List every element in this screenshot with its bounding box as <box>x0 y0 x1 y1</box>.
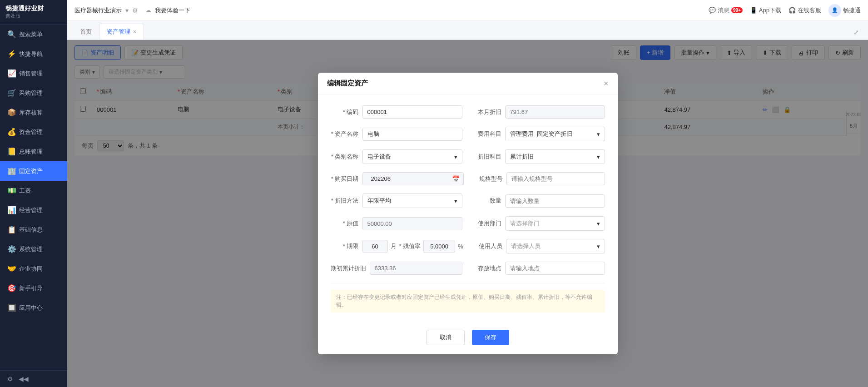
sidebar-label-ledger: 总账管理 <box>19 148 43 156</box>
modal-overlay: 编辑固定资产 × * 编码 本月折旧 <box>67 40 868 387</box>
tab-asset-management[interactable]: 资产管理 × <box>99 24 144 40</box>
purchase-date-label: * 购买日期 <box>331 175 362 183</box>
sidebar-item-fixed-assets[interactable]: 🏢 固定资产 <box>0 161 67 181</box>
dep-account-label: 折旧科目 <box>473 153 505 161</box>
sidebar-item-new-user[interactable]: 🎯 新手引导 <box>0 278 67 298</box>
original-value-input[interactable] <box>362 217 462 230</box>
modal-body: * 编码 本月折旧 * 资产名称 <box>318 94 618 323</box>
user-select[interactable]: 请选择人员 ▾ <box>506 239 605 253</box>
sidebar-label-operations: 经营管理 <box>19 206 43 214</box>
sidebar-label-inventory: 库存核算 <box>19 109 43 117</box>
field-code: * 编码 <box>331 105 462 119</box>
collapse-icon[interactable]: ◀◀ <box>19 375 29 382</box>
message-button[interactable]: 💬 消息 99+ <box>709 6 743 15</box>
user-chevron: ▾ <box>597 243 600 250</box>
modal-row-3: * 类别名称 电子设备 ▾ 折旧科目 累计折旧 ▾ <box>331 149 605 164</box>
modal-close-button[interactable]: × <box>604 79 609 88</box>
expense-account-label: 费用科目 <box>473 130 505 138</box>
app-center-icon: 🔲 <box>7 303 15 312</box>
modal-footer: 取消 保存 <box>318 323 618 354</box>
user-label: 使用人员 <box>474 242 506 250</box>
sidebar-item-inventory[interactable]: 📦 库存核算 <box>0 103 67 122</box>
original-value-label: * 原值 <box>331 219 362 228</box>
asset-name-label: * 资产名称 <box>331 130 362 138</box>
department-label: 使用部门 <box>473 219 505 228</box>
topbar-right: 💬 消息 99+ 📱 App下载 🎧 在线客服 👤 畅捷通 <box>709 4 861 17</box>
sidebar-item-operations[interactable]: 📊 经营管理 <box>0 200 67 220</box>
experience-text[interactable]: 我要体验一下 <box>155 6 190 15</box>
category-chevron: ▾ <box>454 154 457 160</box>
sidebar-label-quick-nav: 快捷导航 <box>19 50 43 58</box>
category-select[interactable]: 电子设备 ▾ <box>362 149 462 164</box>
storage-input[interactable] <box>505 262 605 275</box>
sidebar-item-system[interactable]: ⚙️ 系统管理 <box>0 239 67 259</box>
code-label: * 编码 <box>331 108 362 116</box>
cancel-button[interactable]: 取消 <box>427 330 465 345</box>
tab-close-icon[interactable]: × <box>133 29 136 35</box>
field-asset-name: * 资产名称 <box>331 127 462 141</box>
sidebar-item-payroll[interactable]: 💵 工资 <box>0 181 67 200</box>
asset-name-input[interactable] <box>362 128 462 141</box>
department-select[interactable]: 请选择部门 ▾ <box>505 216 605 231</box>
app-edition: 普及版 <box>5 13 62 20</box>
dep-account-value: 累计折旧 <box>510 153 534 161</box>
app-download-button[interactable]: 📱 App下载 <box>750 6 781 15</box>
monthly-dep-input[interactable] <box>505 105 605 119</box>
expense-account-select[interactable]: 管理费用_固定资产折旧 ▾ <box>505 127 605 141</box>
storage-label: 存放地点 <box>473 264 505 273</box>
sidebar-label-search: 搜索菜单 <box>19 30 43 39</box>
sidebar-logo: 畅捷通好业财 普及版 <box>0 0 67 25</box>
sidebar-label-new-user: 新手引导 <box>19 284 43 293</box>
tab-home[interactable]: 首页 <box>73 24 99 40</box>
settings-gear-icon[interactable]: ⚙ <box>132 7 138 14</box>
topbar: 医疗器械行业演示 ▾ ⚙ ☁ 我要体验一下 💬 消息 99+ 📱 App下载 🎧 <box>67 0 868 21</box>
sidebar-item-enterprise[interactable]: 🤝 企业协同 <box>0 259 67 278</box>
save-button[interactable]: 保存 <box>472 330 509 345</box>
content-area: 📄 资产明细 📝 变更生成凭证 刘账 + 新增 <box>67 40 868 387</box>
period-group: 月 * 残值率 % <box>362 240 463 253</box>
residual-rate-input[interactable] <box>423 240 455 253</box>
sidebar-bottom: ⚙ ◀◀ <box>0 370 67 387</box>
field-expense-account: 费用科目 管理费用_固定资产折旧 ▾ <box>473 127 605 141</box>
period-input[interactable] <box>362 240 388 253</box>
tab-expand-icon[interactable]: ⤢ <box>850 25 863 40</box>
field-original-value: * 原值 <box>331 216 462 231</box>
dep-method-select[interactable]: 年限平均 ▾ <box>362 194 462 208</box>
spec-model-input[interactable] <box>506 172 605 185</box>
sidebar-label-app-center: 应用中心 <box>19 304 43 312</box>
sidebar-item-quick-nav[interactable]: ⚡ 快捷导航 <box>0 44 67 64</box>
purchase-date-input[interactable] <box>367 173 452 185</box>
download-icon: 📱 <box>750 7 757 14</box>
tabbar: 首页 资产管理 × ⤢ <box>67 21 868 40</box>
sidebar-label-basic-info: 基础信息 <box>19 226 43 234</box>
expense-account-chevron: ▾ <box>597 131 600 138</box>
code-input[interactable] <box>362 105 462 119</box>
sidebar-item-sales[interactable]: 📈 销售管理 <box>0 64 67 83</box>
sidebar-item-fund[interactable]: 💰 资金管理 <box>0 122 67 142</box>
service-icon: 🎧 <box>789 7 796 14</box>
payroll-icon: 💵 <box>7 186 15 195</box>
calendar-icon[interactable]: 📅 <box>452 175 460 183</box>
service-button[interactable]: 🎧 在线客服 <box>789 6 821 15</box>
residual-rate-unit: % <box>458 243 463 250</box>
dep-account-select[interactable]: 累计折旧 ▾ <box>505 149 605 164</box>
sidebar-label-fund: 资金管理 <box>19 128 43 136</box>
sidebar-label-system: 系统管理 <box>19 245 43 253</box>
settings-icon[interactable]: ⚙ <box>7 375 13 382</box>
sidebar-item-purchase[interactable]: 🛒 采购管理 <box>0 83 67 103</box>
modal-row-6: * 原值 使用部门 请选择部门 ▾ <box>331 216 605 231</box>
quantity-input[interactable] <box>505 194 605 208</box>
sidebar-item-app-center[interactable]: 🔲 应用中心 <box>0 298 67 318</box>
dropdown-icon[interactable]: ▾ <box>125 7 129 14</box>
init-dep-input[interactable] <box>370 262 462 275</box>
user-profile[interactable]: 👤 畅捷通 <box>828 4 861 17</box>
field-period-residual: * 期限 月 * 残值率 % <box>331 239 463 253</box>
sidebar-item-search[interactable]: 🔍 搜索菜单 <box>0 25 67 44</box>
sidebar-item-basic-info[interactable]: 📋 基础信息 <box>0 220 67 239</box>
message-icon: 💬 <box>709 7 716 14</box>
field-department: 使用部门 请选择部门 ▾ <box>473 216 605 231</box>
modal-row-2: * 资产名称 费用科目 管理费用_固定资产折旧 ▾ <box>331 127 605 141</box>
modal-note: 注：已经存在变更记录或者对应固定资产已经生成凭证，原值、购买日期、残值率、累计折… <box>331 290 605 313</box>
spec-model-label: 规格型号 <box>475 175 506 183</box>
sidebar-item-ledger[interactable]: 📒 总账管理 <box>0 142 67 161</box>
